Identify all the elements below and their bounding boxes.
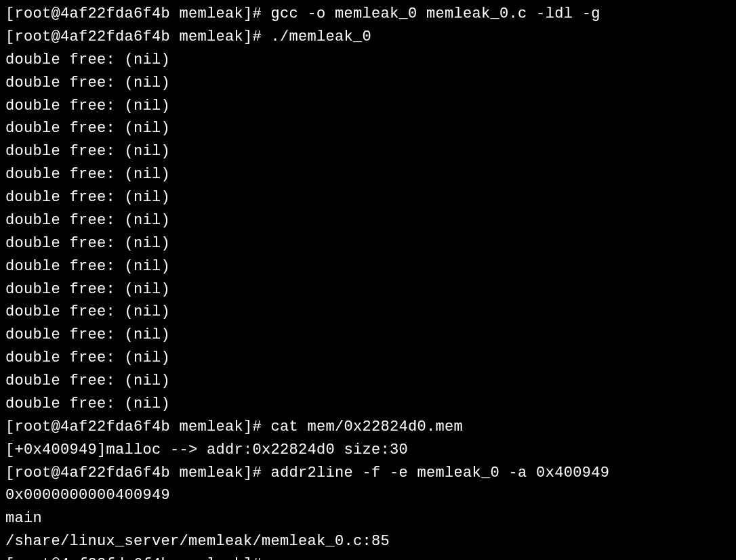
terminal-line-output: double free: (nil) (5, 301, 731, 324)
terminal-line-output: double free: (nil) (5, 140, 731, 163)
terminal-line-output: double free: (nil) (5, 49, 731, 72)
terminal-line-output: double free: (nil) (5, 163, 731, 186)
terminal-line-output: main (5, 507, 731, 530)
terminal-line-output: double free: (nil) (5, 95, 731, 118)
terminal-line-prompt-command: [root@4af22fda6f4b memleak]# cat mem/0x2… (5, 416, 731, 439)
terminal-line-output: 0x0000000000400949 (5, 484, 731, 507)
terminal-line-output: double free: (nil) (5, 186, 731, 209)
terminal-line-output: double free: (nil) (5, 347, 731, 370)
terminal-line-output: double free: (nil) (5, 209, 731, 232)
terminal-line-output: double free: (nil) (5, 117, 731, 140)
terminal-line-output: double free: (nil) (5, 393, 731, 416)
terminal-line-prompt-command: [root@4af22fda6f4b memleak]# ./memleak_0 (5, 26, 731, 49)
terminal-line-output: double free: (nil) (5, 278, 731, 301)
terminal-output[interactable]: [root@4af22fda6f4b memleak]# gcc -o meml… (5, 3, 731, 560)
terminal-line-output: double free: (nil) (5, 72, 731, 95)
terminal-line-output: double free: (nil) (5, 255, 731, 278)
terminal-line-prompt: [root@4af22fda6f4b memleak]# (5, 553, 731, 560)
terminal-line-output: [+0x400949]malloc --> addr:0x22824d0 siz… (5, 439, 731, 462)
terminal-line-output: double free: (nil) (5, 232, 731, 255)
terminal-line-output: double free: (nil) (5, 324, 731, 347)
terminal-line-prompt-command: [root@4af22fda6f4b memleak]# addr2line -… (5, 462, 731, 485)
terminal-line-output: double free: (nil) (5, 370, 731, 393)
terminal-line-prompt-command: [root@4af22fda6f4b memleak]# gcc -o meml… (5, 3, 731, 26)
terminal-line-output: /share/linux_server/memleak/memleak_0.c:… (5, 530, 731, 553)
